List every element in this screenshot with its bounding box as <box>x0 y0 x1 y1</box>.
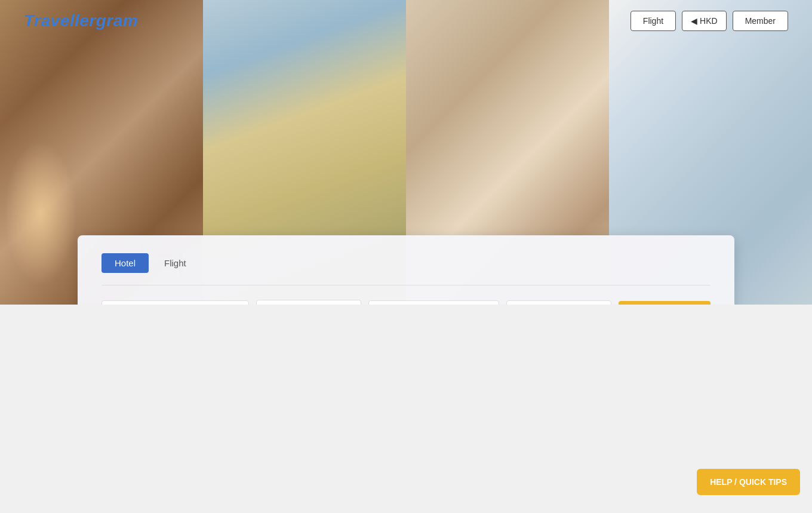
tab-hotel[interactable]: Hotel <box>102 253 149 273</box>
hkd-label: HKD <box>700 16 718 26</box>
tab-flight[interactable]: Flight <box>151 253 199 273</box>
search-panel: Hotel Flight United States 2025-02-20 ~ … <box>78 235 734 305</box>
hero-section: Hotel Flight United States 2025-02-20 ~ … <box>0 0 812 305</box>
room-selector[interactable]: 1 Room and 2 Adult <box>506 300 611 305</box>
flight-button[interactable]: Flight <box>630 11 676 31</box>
date-picker[interactable]: 2025-02-20 ~ 2025 📅 <box>368 300 499 305</box>
tab-bar: Hotel Flight <box>102 253 710 273</box>
country-select[interactable]: United States <box>256 300 361 305</box>
navbar: Travellergram Flight ◀ HKD Member <box>0 0 812 42</box>
tab-divider <box>102 285 710 285</box>
hkd-button[interactable]: ◀ HKD <box>682 11 727 31</box>
nav-right: Flight ◀ HKD Member <box>630 11 788 31</box>
logo: Travellergram <box>24 11 138 30</box>
search-button[interactable]: SEARCH <box>619 301 710 305</box>
member-button[interactable]: Member <box>733 11 788 31</box>
search-input[interactable] <box>102 300 249 305</box>
search-row: United States 2025-02-20 ~ 2025 📅 1 Room… <box>102 300 710 305</box>
chevron-left-icon: ◀ <box>691 16 697 26</box>
help-button[interactable]: HELP / QUICK TIPS <box>697 469 800 495</box>
